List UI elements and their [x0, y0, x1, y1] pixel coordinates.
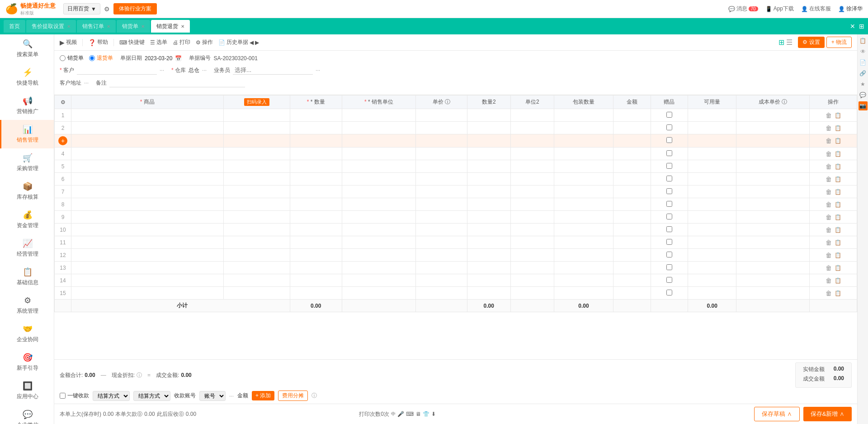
- copy-icon[interactable]: 📋: [835, 163, 841, 170]
- dept-selector[interactable]: 日用百货 ▼: [63, 3, 100, 14]
- right-sidebar-icon-5[interactable]: ★: [859, 80, 868, 89]
- settings-icon[interactable]: ⚙: [104, 5, 110, 13]
- qty2-cell[interactable]: [467, 109, 510, 122]
- qty-cell[interactable]: [290, 122, 342, 134]
- one-click-pay-input[interactable]: [60, 393, 66, 399]
- delete-icon[interactable]: 🗑: [826, 150, 832, 157]
- copy-icon[interactable]: 📋: [835, 239, 841, 246]
- account-more-icon[interactable]: ···: [229, 393, 234, 399]
- right-sidebar-icon-1[interactable]: 📋: [859, 36, 868, 45]
- delete-icon[interactable]: 🗑: [826, 264, 832, 272]
- fee-help-icon[interactable]: ⓘ: [311, 392, 317, 400]
- available-cell-active[interactable]: [688, 134, 736, 148]
- customer-more-icon[interactable]: ···: [160, 67, 164, 73]
- app-download-button[interactable]: 📱 App下载: [765, 5, 794, 13]
- toolbar-print[interactable]: 🖨 打印: [173, 38, 190, 46]
- settle-method-select[interactable]: 结算方式: [93, 391, 130, 401]
- right-sidebar-icon-6[interactable]: 💬: [859, 91, 868, 100]
- keyboard-icon-footer[interactable]: ⌨: [406, 411, 414, 417]
- toolbar-history[interactable]: 📄 历史单据 ◀ ▶: [218, 38, 259, 46]
- col-gear-icon[interactable]: ⚙: [61, 99, 66, 105]
- goods-input[interactable]: [75, 112, 220, 119]
- qty-cell[interactable]: [290, 109, 342, 122]
- sidebar-item-sales[interactable]: 📊 销售管理: [0, 120, 54, 148]
- tab-sale-order-close-icon[interactable]: ✕: [107, 24, 110, 29]
- tab-sale-order[interactable]: 销售订单 ✕: [77, 20, 116, 33]
- toolbar-video[interactable]: ▶ 视频: [60, 38, 77, 46]
- sale-unit-cell[interactable]: [342, 109, 415, 122]
- sidebar-item-finance[interactable]: 💰 资金管理: [0, 205, 54, 234]
- unit-price-cell[interactable]: [416, 109, 467, 122]
- pkg-qty-cell[interactable]: [554, 122, 613, 134]
- calc-method-select[interactable]: 结算方式: [133, 391, 170, 401]
- copy-icon[interactable]: 📋: [835, 277, 841, 284]
- sidebar-item-guide[interactable]: 🎯 新手引导: [0, 348, 54, 376]
- sidebar-item-marketing[interactable]: 📢 营销推广: [0, 91, 54, 120]
- copy-icon[interactable]: 📋: [835, 138, 841, 144]
- available-cell[interactable]: [688, 122, 736, 134]
- toolbar-help[interactable]: ❓ 帮助: [88, 38, 108, 46]
- tab-return[interactable]: 销货退货 ✕: [151, 20, 190, 33]
- sidebar-item-wechat[interactable]: 💬 企业微信: [0, 405, 54, 424]
- tab-sale-close-icon[interactable]: ✕: [141, 24, 145, 29]
- message-button[interactable]: 💬 消息 70: [728, 5, 758, 13]
- scan-btn[interactable]: 扫码录入: [244, 98, 269, 106]
- toolbar-select[interactable]: ☰ 选单: [150, 38, 167, 46]
- setting-button[interactable]: ⚙ 设置: [798, 37, 824, 48]
- sidebar-item-operations[interactable]: 📈 经营管理: [0, 234, 54, 262]
- gift-checkbox-active[interactable]: [666, 137, 672, 143]
- calendar-icon[interactable]: 📅: [175, 55, 182, 62]
- shirt-icon[interactable]: 👕: [423, 411, 429, 417]
- online-service-button[interactable]: 👤 在线客服: [801, 5, 831, 13]
- goods-cell[interactable]: [71, 122, 224, 134]
- sidebar-item-system[interactable]: ⚙ 系统管理: [0, 291, 54, 319]
- qty2-cell[interactable]: [467, 122, 510, 134]
- qty-cell-active[interactable]: [290, 134, 342, 148]
- copy-icon[interactable]: 📋: [835, 176, 841, 182]
- collect-account-select[interactable]: 账号: [199, 391, 226, 401]
- gift-checkbox[interactable]: [666, 124, 672, 130]
- delete-icon[interactable]: 🗑: [826, 290, 832, 297]
- goods-cell-active[interactable]: [71, 134, 224, 148]
- delete-icon[interactable]: 🗑: [826, 188, 832, 195]
- amount-cell[interactable]: [613, 109, 651, 122]
- delete-icon[interactable]: 🗑: [826, 201, 832, 208]
- copy-icon[interactable]: 📋: [835, 290, 841, 296]
- customer-input[interactable]: [77, 66, 157, 75]
- cost-price-cell-active[interactable]: [736, 134, 810, 148]
- radio-sale[interactable]: 销货单: [60, 54, 84, 62]
- gift-checkbox[interactable]: [666, 176, 672, 181]
- fee-split-button[interactable]: 费用分摊: [278, 391, 308, 401]
- gift-checkbox[interactable]: [666, 226, 672, 232]
- cost-price-cell[interactable]: [736, 109, 810, 122]
- copy-icon[interactable]: 📋: [835, 265, 841, 271]
- save-draft-button[interactable]: 保存草稿 ∧: [754, 407, 800, 421]
- add-row-button[interactable]: +: [58, 136, 67, 145]
- goods-input-active[interactable]: [75, 138, 220, 144]
- delete-icon[interactable]: 🗑: [826, 124, 832, 132]
- unit2-cell[interactable]: [510, 109, 554, 122]
- one-click-pay-checkbox[interactable]: 一键收款: [60, 392, 89, 400]
- radio-return-input[interactable]: [89, 55, 95, 61]
- gift-checkbox[interactable]: [666, 252, 672, 257]
- delete-icon[interactable]: 🗑: [826, 112, 832, 119]
- address-more-icon[interactable]: ···: [84, 80, 89, 86]
- right-sidebar-icon-7[interactable]: 📷: [859, 101, 868, 110]
- sidebar-item-apps[interactable]: 🔲 应用中心: [0, 376, 54, 405]
- copy-icon[interactable]: 📋: [835, 227, 841, 233]
- gift-checkbox[interactable]: [666, 112, 672, 118]
- expand-tab-button[interactable]: ⊞: [859, 23, 864, 30]
- gift-checkbox[interactable]: [666, 290, 672, 295]
- right-sidebar-icon-3[interactable]: 📄: [859, 58, 868, 67]
- copy-icon[interactable]: 📋: [835, 252, 841, 258]
- delete-icon[interactable]: 🗑: [826, 226, 832, 233]
- add-fee-button[interactable]: + 添加: [252, 391, 274, 400]
- gift-checkbox[interactable]: [666, 163, 672, 169]
- tab-price-close-icon[interactable]: ✕: [67, 24, 71, 29]
- sale-unit-cell[interactable]: [342, 122, 415, 134]
- copy-icon[interactable]: 📋: [835, 125, 841, 131]
- sidebar-item-basic[interactable]: 📋 基础信息: [0, 262, 54, 291]
- unit-price-cell[interactable]: [416, 122, 467, 134]
- gift-checkbox[interactable]: [666, 277, 672, 283]
- gift-checkbox[interactable]: [666, 150, 672, 156]
